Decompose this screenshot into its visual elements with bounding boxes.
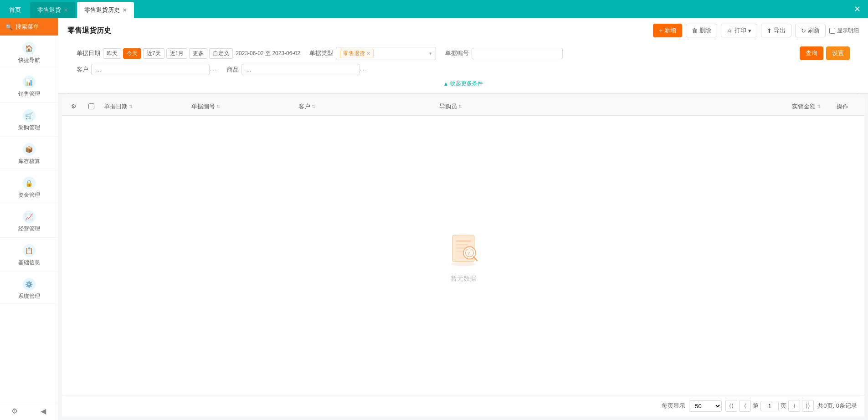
- tab-retail-return-label: 零售退货: [37, 6, 61, 14]
- doc-type-tag-value: 零售退货: [343, 50, 365, 57]
- print-label: 打印: [734, 26, 746, 35]
- th-date-sort-icon: ⇅: [129, 104, 133, 109]
- first-page-button[interactable]: ⟨⟨: [725, 400, 737, 412]
- th-guide[interactable]: 导购员 ⇅: [436, 102, 543, 111]
- sidebar-item-inventory-label: 库存核算: [18, 158, 40, 165]
- date-btn-today[interactable]: 今天: [123, 48, 141, 59]
- select-all-checkbox[interactable]: [88, 103, 94, 109]
- table-area: ⚙ 单据日期 ⇅ 单据编号 ⇅ 客户 ⇅ 导购员: [62, 97, 864, 395]
- svg-point-0: [451, 262, 475, 266]
- sidebar-item-quick-nav[interactable]: 🏠 快捷导航: [0, 36, 58, 69]
- date-buttons: 昨天 今天 近7天 近1月 更多 自定义: [103, 48, 233, 59]
- th-customer[interactable]: 客户 ⇅: [295, 102, 436, 111]
- refresh-button[interactable]: ↻ 刷新: [795, 24, 826, 37]
- next-page-button[interactable]: ⟩: [788, 400, 800, 412]
- tab-retail-return-history-close[interactable]: ✕: [123, 7, 127, 13]
- doc-type-chevron-icon: ▾: [429, 51, 432, 56]
- main-layout: 🔍 搜索菜单 🏠 快捷导航 📊 销售管理 🛒 采购管理 📦 库存核算 🔒 资金管…: [0, 18, 868, 420]
- collapse-icon: ▲: [443, 81, 449, 87]
- show-detail-checkbox[interactable]: 显示明细: [829, 27, 859, 35]
- refresh-icon: ↻: [801, 27, 806, 34]
- date-btn-yesterday[interactable]: 昨天: [103, 48, 121, 59]
- print-button[interactable]: 🖨 打印 ▾: [721, 24, 757, 37]
- show-detail-input[interactable]: [829, 28, 835, 34]
- date-btn-more[interactable]: 更多: [189, 48, 207, 59]
- doc-num-input[interactable]: [472, 48, 563, 59]
- sidebar-item-inventory[interactable]: 📦 库存核算: [0, 137, 58, 170]
- page-title-row: 零售退货历史 + 新增 🗑 删除 🖨 打印 ▾: [67, 24, 859, 37]
- new-icon: +: [659, 27, 663, 34]
- export-button[interactable]: ⬆ 导出: [761, 24, 791, 37]
- sidebar-search[interactable]: 🔍 搜索菜单: [0, 18, 58, 36]
- new-button[interactable]: + 新增: [653, 24, 682, 37]
- page-number-input[interactable]: [760, 401, 779, 411]
- date-btn-custom[interactable]: 自定义: [209, 48, 233, 59]
- sidebar-item-basic-info-label: 基础信息: [18, 259, 40, 266]
- th-amount[interactable]: 实销金额 ⇅: [750, 102, 824, 111]
- top-bar: 首页 零售退货 ✕ 零售退货历史 ✕ ✕: [0, 0, 868, 18]
- refresh-label: 刷新: [808, 26, 820, 35]
- basic-info-icon: 📋: [23, 244, 36, 257]
- pagination: 每页显示 50 100 200 ⟨⟨ ⟨ 第 页 ⟩ ⟩⟩ 共0页, 0条记录: [62, 395, 864, 416]
- doc-type-tag: 零售退货 ✕: [340, 49, 374, 58]
- th-num[interactable]: 单据编号 ⇅: [188, 102, 295, 111]
- per-page-label: 每页显示: [662, 402, 685, 410]
- sidebar-item-sales[interactable]: 📊 销售管理: [0, 69, 58, 103]
- setting-button[interactable]: 设置: [826, 46, 850, 60]
- th-num-label: 单据编号: [191, 102, 215, 111]
- page-unit: 页: [781, 402, 786, 410]
- th-guide-sort-icon: ⇅: [458, 104, 462, 109]
- th-guide-label: 导购员: [439, 102, 457, 111]
- query-button[interactable]: 查询: [800, 46, 823, 60]
- customer-filter-group: 客户 ···: [77, 64, 218, 75]
- sidebar-item-system[interactable]: ⚙️ 系统管理: [0, 271, 58, 305]
- sidebar-collapse-button[interactable]: ◀: [29, 407, 58, 415]
- purchase-icon: 🛒: [23, 109, 36, 122]
- collapse-button[interactable]: ▲ 收起更多条件: [439, 79, 488, 88]
- page-title: 零售退货历史: [67, 26, 111, 36]
- prev-page-button[interactable]: ⟨: [739, 400, 751, 412]
- sidebar-settings-button[interactable]: ⚙: [0, 407, 29, 415]
- svg-rect-3: [456, 244, 468, 245]
- date-btn-7days[interactable]: 近7天: [143, 48, 164, 59]
- filter-collapse-row: ▲ 收起更多条件: [77, 79, 850, 88]
- sidebar-bottom: ⚙ ◀: [0, 402, 58, 420]
- window-close-button[interactable]: ✕: [847, 4, 868, 14]
- date-btn-1month[interactable]: 近1月: [166, 48, 188, 59]
- doc-type-label: 单据类型: [309, 49, 333, 57]
- customer-select-wrapper: ···: [91, 64, 218, 75]
- delete-button[interactable]: 🗑 删除: [686, 24, 717, 37]
- tab-home[interactable]: 首页: [2, 2, 28, 18]
- tab-retail-return[interactable]: 零售退货 ✕: [30, 2, 75, 18]
- tab-home-label: 首页: [9, 6, 21, 14]
- date-range-text: 2023-06-02 至 2023-06-02: [236, 50, 300, 57]
- print-chevron-icon: ▾: [748, 27, 751, 34]
- delete-icon: 🗑: [692, 27, 698, 34]
- operations-icon: 📈: [23, 210, 36, 223]
- page-info: 第 页: [753, 401, 786, 411]
- sales-icon: 📊: [23, 76, 36, 88]
- sidebar-item-purchase[interactable]: 🛒 采购管理: [0, 103, 58, 137]
- last-page-button[interactable]: ⟩⟩: [802, 400, 814, 412]
- goods-filter-group: 商品 ···: [227, 64, 368, 75]
- settings-icon: ⚙: [71, 103, 77, 110]
- doc-type-tag-close[interactable]: ✕: [366, 51, 370, 56]
- sidebar-item-basic-info[interactable]: 📋 基础信息: [0, 238, 58, 271]
- svg-text:?: ?: [467, 251, 470, 255]
- th-date[interactable]: 单据日期 ⇅: [100, 102, 188, 111]
- tab-retail-return-close[interactable]: ✕: [64, 7, 68, 13]
- tab-retail-return-history[interactable]: 零售退货历史 ✕: [77, 2, 134, 18]
- customer-input[interactable]: [91, 64, 210, 75]
- per-page-select[interactable]: 50 100 200: [689, 400, 722, 412]
- th-settings[interactable]: ⚙: [66, 103, 82, 110]
- table-body: ? 暂无数据: [62, 116, 864, 395]
- sidebar: 🔍 搜索菜单 🏠 快捷导航 📊 销售管理 🛒 采购管理 📦 库存核算 🔒 资金管…: [0, 18, 58, 420]
- sidebar-item-sales-label: 销售管理: [18, 90, 40, 98]
- goods-select-wrapper: ···: [241, 64, 368, 75]
- system-icon: ⚙️: [23, 278, 36, 291]
- new-label: 新增: [664, 26, 676, 35]
- sidebar-item-finance[interactable]: 🔒 资金管理: [0, 170, 58, 204]
- sidebar-item-operations[interactable]: 📈 经营管理: [0, 204, 58, 238]
- goods-input[interactable]: [241, 64, 360, 75]
- doc-type-select[interactable]: 零售退货 ✕ ▾: [336, 47, 436, 60]
